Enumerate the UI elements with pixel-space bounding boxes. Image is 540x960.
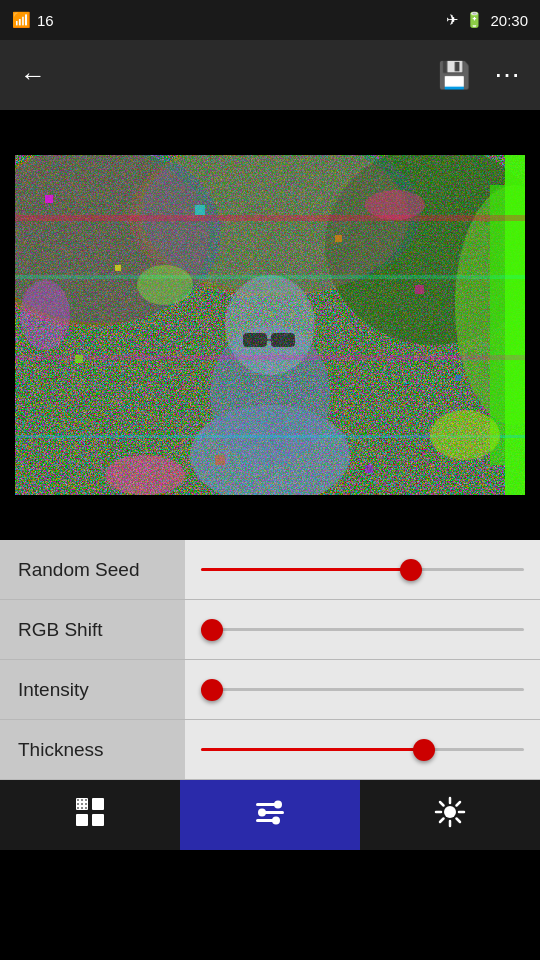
random-seed-thumb[interactable] <box>400 559 422 581</box>
svg-rect-54 <box>256 819 274 822</box>
back-button[interactable]: ← <box>20 60 46 91</box>
svg-rect-23 <box>45 195 53 203</box>
intensity-track[interactable] <box>201 688 524 691</box>
svg-rect-28 <box>75 355 83 363</box>
svg-line-62 <box>457 818 461 822</box>
svg-rect-49 <box>85 807 87 809</box>
intensity-slider-area[interactable] <box>185 660 540 719</box>
sliders-icon <box>254 796 286 835</box>
svg-line-64 <box>440 818 444 822</box>
sim-icon: 📶 <box>12 11 31 29</box>
status-bar: 📶 16 ✈ 🔋 20:30 <box>0 0 540 40</box>
svg-rect-21 <box>15 355 525 360</box>
svg-rect-39 <box>76 814 88 826</box>
thickness-track[interactable] <box>201 748 524 751</box>
svg-rect-29 <box>455 375 461 381</box>
svg-rect-52 <box>264 811 284 814</box>
thickness-slider-area[interactable] <box>185 720 540 779</box>
rgb-shift-slider-area[interactable] <box>185 600 540 659</box>
svg-point-56 <box>444 806 456 818</box>
svg-rect-45 <box>81 803 83 805</box>
toolbar: ← 💾 ⋯ <box>0 40 540 110</box>
svg-rect-31 <box>365 465 373 473</box>
share-button[interactable]: ⋯ <box>494 60 520 91</box>
svg-point-34 <box>20 280 70 350</box>
rgb-shift-track[interactable] <box>201 628 524 631</box>
svg-rect-41 <box>77 799 79 801</box>
bottom-nav <box>0 780 540 850</box>
airplane-icon: ✈ <box>446 11 459 29</box>
thickness-row: Thickness <box>0 720 540 780</box>
svg-rect-13 <box>243 333 267 347</box>
thickness-label: Thickness <box>0 720 185 779</box>
svg-rect-14 <box>271 333 295 347</box>
svg-point-53 <box>258 808 266 816</box>
random-seed-track[interactable] <box>201 568 524 571</box>
svg-rect-47 <box>77 807 79 809</box>
svg-rect-20 <box>15 275 525 279</box>
sun-icon <box>434 796 466 835</box>
svg-point-32 <box>105 455 185 495</box>
svg-rect-44 <box>77 803 79 805</box>
random-seed-fill <box>201 568 411 571</box>
svg-rect-43 <box>85 799 87 801</box>
status-time: 20:30 <box>490 12 528 29</box>
svg-rect-46 <box>85 803 87 805</box>
controls-panel: Random Seed RGB Shift Intensity <box>0 540 540 780</box>
random-seed-label: Random Seed <box>0 540 185 599</box>
thickness-fill <box>201 748 424 751</box>
svg-rect-40 <box>92 814 104 826</box>
svg-rect-17 <box>505 155 525 495</box>
intensity-row: Intensity <box>0 660 540 720</box>
svg-rect-27 <box>415 285 424 294</box>
svg-point-33 <box>365 190 425 220</box>
intensity-label: Intensity <box>0 660 185 719</box>
svg-rect-48 <box>81 807 83 809</box>
svg-rect-24 <box>115 265 121 271</box>
nav-grid[interactable] <box>0 780 180 850</box>
svg-line-63 <box>457 802 461 806</box>
status-number: 16 <box>37 12 54 29</box>
glitch-image <box>15 155 525 495</box>
grid-icon <box>74 796 106 835</box>
svg-rect-50 <box>256 803 276 806</box>
svg-rect-26 <box>335 235 342 242</box>
save-button[interactable]: 💾 <box>438 60 470 91</box>
rgb-shift-row: RGB Shift <box>0 600 540 660</box>
nav-brightness[interactable] <box>360 780 540 850</box>
svg-point-55 <box>272 816 280 824</box>
svg-rect-42 <box>81 799 83 801</box>
svg-point-35 <box>430 410 500 460</box>
image-area <box>0 110 540 540</box>
thickness-thumb[interactable] <box>413 739 435 761</box>
svg-point-51 <box>274 800 282 808</box>
random-seed-row: Random Seed <box>0 540 540 600</box>
svg-point-36 <box>137 265 193 305</box>
svg-line-61 <box>440 802 444 806</box>
intensity-thumb[interactable] <box>201 679 223 701</box>
battery-icon: 🔋 <box>465 11 484 29</box>
nav-sliders[interactable] <box>180 780 360 850</box>
svg-rect-38 <box>92 798 104 810</box>
svg-rect-25 <box>195 205 205 215</box>
rgb-shift-label: RGB Shift <box>0 600 185 659</box>
rgb-shift-thumb[interactable] <box>201 619 223 641</box>
svg-rect-19 <box>15 215 525 221</box>
svg-rect-30 <box>215 455 225 465</box>
random-seed-slider-area[interactable] <box>185 540 540 599</box>
